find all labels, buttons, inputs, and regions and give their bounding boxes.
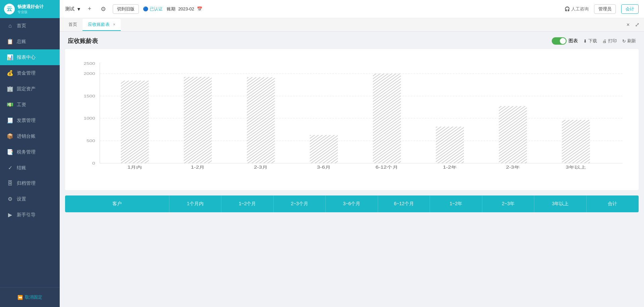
sidebar-item-inventory[interactable]: 📦进销台账 <box>0 128 60 144</box>
cancel-fixed-btn[interactable]: ⏪ 取消固定 <box>0 291 60 304</box>
bar-1-2y <box>436 127 464 163</box>
sidebar-item-settings[interactable]: ⚙设置 <box>0 191 60 207</box>
sidebar-item-label: 税务管理 <box>17 149 36 155</box>
bar-2-3y <box>499 106 527 163</box>
sidebar-item-assets[interactable]: 🏢固定资产 <box>0 81 60 97</box>
old-version-button[interactable]: 切到旧版 <box>113 4 139 14</box>
refresh-button[interactable]: ↻ 刷新 <box>622 38 636 44</box>
logo-icon: 云 <box>4 4 15 14</box>
report-title: 应收账龄表 <box>68 37 98 45</box>
topbar-project[interactable]: 测试 ▼ <box>65 6 81 12</box>
th-2: 1~2个月 <box>221 195 273 212</box>
svg-text:2000: 2000 <box>84 72 95 76</box>
add-button[interactable]: + <box>85 4 94 14</box>
sidebar-item-home[interactable]: ⌂首页 <box>0 18 60 34</box>
sidebar-item-label: 设置 <box>17 196 26 202</box>
sidebar-item-label: 进销台账 <box>17 133 36 139</box>
th-1: 1个月内 <box>169 195 221 212</box>
sidebar-item-label: 首页 <box>17 23 26 29</box>
sidebar-item-label: 归档管理 <box>17 180 36 186</box>
sidebar-item-label: 结账 <box>17 165 26 171</box>
funds-icon: 💰 <box>7 70 13 76</box>
user-button[interactable]: 管理员 <box>594 4 616 14</box>
sidebar-item-archive[interactable]: 🗄归档管理 <box>0 176 60 191</box>
tab-home[interactable]: 首页 <box>63 19 83 31</box>
th-4: 3~6个月 <box>326 195 378 212</box>
salary-icon: 💵 <box>7 101 13 108</box>
home-icon: ⌂ <box>7 23 13 29</box>
svg-text:2-3月: 2-3月 <box>254 165 268 169</box>
sidebar-item-funds[interactable]: 💰资金管理 <box>0 65 60 81</box>
svg-text:6-12个月: 6-12个月 <box>375 165 398 169</box>
chart-toggle-label: 图表 <box>569 38 578 44</box>
bar-chart: 0 500 1000 1500 2000 2500 1月内 1-2月 <box>72 56 632 183</box>
svg-text:1-2月: 1-2月 <box>191 165 205 169</box>
bar-3y-plus <box>562 120 590 163</box>
sidebar-item-ledger[interactable]: 📋总账 <box>0 34 60 49</box>
sidebar-scroll: ⌂首页📋总账📊报表中心💰资金管理🏢固定资产💵工资🧾发票管理📦进销台账📑税务管理✓… <box>0 18 60 287</box>
settings-button[interactable]: ⚙ <box>98 4 109 14</box>
topbar: 测试 ▼ + ⚙ 切到旧版 🔵 已认证 账期 2023-02 📅 🎧 人工咨询 … <box>60 0 644 18</box>
logo-text: 畅捷通好会计 专业版 <box>17 4 44 14</box>
sidebar-item-label: 固定资产 <box>17 86 36 92</box>
sidebar-item-label: 资金管理 <box>17 70 36 76</box>
report-actions: 图表 ⬇ 下载 🖨 打印 ↻ 刷新 <box>552 37 636 45</box>
sidebar-item-salary[interactable]: 💵工资 <box>0 97 60 113</box>
bar-6-12m <box>373 74 401 163</box>
tabs-bar: 首页 应收账龄表 × × ⤢ <box>60 18 644 32</box>
ledger-icon: 📋 <box>7 38 13 45</box>
sidebar-item-closing[interactable]: ✓结账 <box>0 160 60 176</box>
download-icon: ⬇ <box>583 39 587 44</box>
toggle-thumb <box>560 38 566 44</box>
sidebar-logo: 云 畅捷通好会计 专业版 <box>0 0 60 18</box>
svg-text:1月内: 1月内 <box>127 165 142 169</box>
th-0: 客户 <box>65 195 169 212</box>
tab-receivable-aging[interactable]: 应收账龄表 × <box>83 19 121 31</box>
sidebar-item-label: 总账 <box>17 39 26 45</box>
bar-1m <box>121 81 149 163</box>
th-7: 2~3年 <box>482 195 534 212</box>
period-selector[interactable]: 账期 2023-02 📅 <box>167 6 202 12</box>
th-6: 1~2年 <box>430 195 482 212</box>
chart-toggle[interactable]: 图表 <box>552 37 578 45</box>
sidebar-item-guide[interactable]: ▶新手引导 <box>0 207 60 223</box>
svg-text:1000: 1000 <box>84 116 95 120</box>
support-button[interactable]: 🎧 人工咨询 <box>565 6 589 12</box>
bar-3-6m <box>310 135 338 163</box>
topbar-right: 🎧 人工咨询 管理员 会计 <box>565 4 639 14</box>
sidebar-item-label: 发票管理 <box>17 118 36 124</box>
svg-text:3年以上: 3年以上 <box>566 165 586 169</box>
svg-text:1-2年: 1-2年 <box>443 165 457 169</box>
sidebar-item-invoice[interactable]: 🧾发票管理 <box>0 113 60 128</box>
expand-window-btn[interactable]: ⤢ <box>634 20 641 29</box>
dropdown-icon: ▼ <box>76 6 81 12</box>
page-content: 应收账龄表 图表 ⬇ 下载 🖨 打印 ↻ 刷新 <box>60 32 644 307</box>
svg-text:3-6月: 3-6月 <box>317 165 331 169</box>
th-8: 3年以上 <box>534 195 586 212</box>
svg-text:2-3年: 2-3年 <box>506 165 520 169</box>
table-container: 客户1个月内1~2个月2~3个月3~6个月6~12个月1~2年2~3年3年以上合… <box>65 195 639 212</box>
svg-text:500: 500 <box>87 139 95 143</box>
sidebar-item-label: 报表中心 <box>17 54 36 60</box>
toggle-track[interactable] <box>552 37 567 45</box>
th-9: 合计 <box>587 195 639 212</box>
sidebar-item-tax[interactable]: 📑税务管理 <box>0 144 60 160</box>
settings-icon: ⚙ <box>7 196 13 202</box>
close-window-btn[interactable]: × <box>625 20 631 29</box>
print-icon: 🖨 <box>602 39 607 44</box>
calendar-icon: 📅 <box>197 6 202 11</box>
certified-status: 🔵 已认证 <box>143 6 163 12</box>
download-button[interactable]: ⬇ 下载 <box>583 38 597 44</box>
guide-icon: ▶ <box>7 212 13 218</box>
table-header: 客户1个月内1~2个月2~3个月3~6个月6~12个月1~2年2~3年3年以上合… <box>65 195 639 212</box>
chart-container: 0 500 1000 1500 2000 2500 1月内 1-2月 <box>65 49 639 190</box>
closing-icon: ✓ <box>7 165 13 171</box>
svg-text:1500: 1500 <box>84 94 95 98</box>
sidebar-item-reports[interactable]: 📊报表中心 <box>0 49 60 65</box>
assets-icon: 🏢 <box>7 86 13 92</box>
bar-1-2m <box>184 77 212 163</box>
svg-text:2500: 2500 <box>84 61 95 65</box>
print-button[interactable]: 🖨 打印 <box>602 38 617 44</box>
tab-close-icon[interactable]: × <box>113 22 115 27</box>
role-button[interactable]: 会计 <box>621 4 639 14</box>
